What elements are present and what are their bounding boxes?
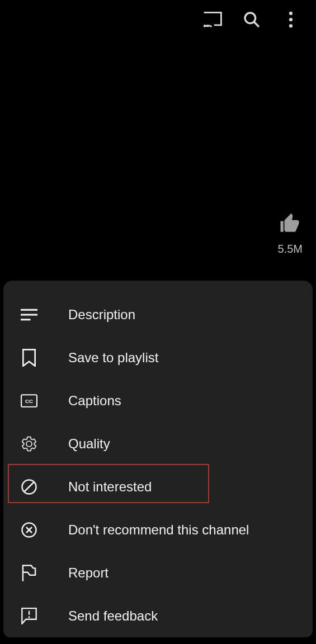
menu-item-quality[interactable]: Quality <box>3 422 313 465</box>
menu-item-captions[interactable]: CC Captions <box>3 379 313 422</box>
svg-text:CC: CC <box>25 398 33 404</box>
more-vert-icon <box>289 11 293 28</box>
menu-item-report[interactable]: Report <box>3 551 313 594</box>
svg-point-17 <box>29 616 30 618</box>
svg-point-5 <box>289 24 293 27</box>
not-interested-icon <box>20 478 38 496</box>
menu-label: Description <box>68 307 135 323</box>
menu-label: Captions <box>68 393 121 409</box>
svg-point-0 <box>204 25 206 27</box>
cast-icon <box>203 12 222 27</box>
close-circle-icon <box>20 521 38 539</box>
gear-icon <box>20 435 38 453</box>
cast-button[interactable] <box>203 10 222 29</box>
menu-item-send-feedback[interactable]: Send feedback <box>3 594 313 637</box>
menu-label: Not interested <box>68 479 152 495</box>
top-action-bar <box>203 0 316 39</box>
svg-point-3 <box>289 12 293 15</box>
menu-label: Save to playlist <box>68 350 158 366</box>
feedback-icon <box>20 607 38 625</box>
more-options-button[interactable] <box>281 10 300 29</box>
menu-list: Description Save to playlist CC Captions <box>3 293 313 637</box>
search-icon <box>243 11 261 29</box>
description-icon <box>20 306 38 324</box>
menu-label: Send feedback <box>68 608 158 624</box>
menu-label: Report <box>68 565 109 581</box>
svg-point-4 <box>289 18 293 21</box>
menu-item-description[interactable]: Description <box>3 293 313 336</box>
bottom-sheet-menu: Description Save to playlist CC Captions <box>3 281 313 637</box>
like-action[interactable]: 5.5M <box>278 211 303 255</box>
cc-icon: CC <box>20 392 38 410</box>
bookmark-icon <box>20 349 38 367</box>
svg-line-12 <box>24 482 34 492</box>
thumbs-up-icon <box>279 211 302 235</box>
menu-item-dont-recommend[interactable]: Don't recommend this channel <box>3 508 313 551</box>
svg-line-2 <box>254 22 258 26</box>
menu-label: Quality <box>68 436 110 452</box>
search-button[interactable] <box>242 10 261 29</box>
flag-icon <box>20 564 38 582</box>
like-count: 5.5M <box>278 243 303 255</box>
menu-item-not-interested[interactable]: Not interested <box>3 465 313 508</box>
menu-item-save-to-playlist[interactable]: Save to playlist <box>3 336 313 379</box>
menu-label: Don't recommend this channel <box>68 522 249 538</box>
